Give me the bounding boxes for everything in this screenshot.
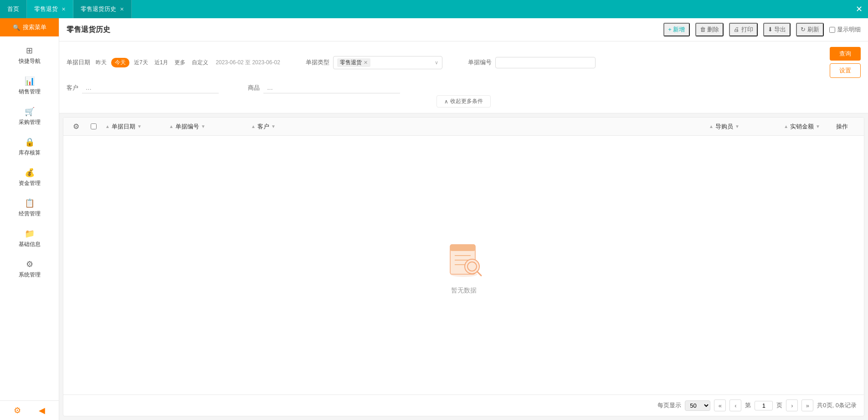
refresh-button[interactable]: ↻ 刷新 bbox=[796, 23, 824, 36]
th-guide[interactable]: ▲ 导购员 ▼ bbox=[705, 123, 769, 131]
sidebar-item-purchase-mgmt[interactable]: 🛒 采购管理 bbox=[0, 101, 59, 132]
page-label: 页 bbox=[776, 401, 782, 410]
sidebar: 🔍 搜索菜单 ⊞ 快捷导航 📊 销售管理 🛒 采购管理 🔒 库存核算 💰 bbox=[0, 18, 59, 420]
th-action-label: 操作 bbox=[836, 123, 848, 131]
tab-retail-return-label: 零售退货 bbox=[34, 5, 58, 13]
th-guide-label: 导购员 bbox=[715, 123, 733, 131]
query-settings-group: 查询 设置 bbox=[830, 47, 861, 78]
date-btn-7days[interactable]: 近7天 bbox=[132, 58, 150, 67]
page-size-label: 每页显示 bbox=[657, 401, 681, 410]
date-filter-label: 单据日期 bbox=[67, 58, 90, 67]
pagination: 每页显示 50 10 20 100 « ‹ 第 页 › » 共0页, 0条记录 bbox=[63, 394, 864, 416]
doc-no-input[interactable] bbox=[495, 57, 596, 68]
sidebar-collapse-icon[interactable]: ◀ bbox=[39, 405, 45, 415]
top-bar: 首页 零售退货 ✕ 零售退货历史 ✕ ✕ bbox=[0, 0, 868, 18]
doc-type-filter: 单据类型 零售退货 ✕ ∨ bbox=[306, 56, 442, 69]
table-container: ⚙ ▲ 单据日期 ▼ ▲ 单据编号 ▼ ▲ 客户 ▼ bbox=[63, 117, 864, 416]
date-btn-yesterday[interactable]: 昨天 bbox=[94, 58, 108, 67]
filter-area: 单据日期 昨天 今天 近7天 近1月 更多 自定义 2023-06-02 至 2… bbox=[59, 41, 868, 113]
prev-page-btn[interactable]: ‹ bbox=[729, 400, 741, 411]
empty-state: 暂无数据 bbox=[63, 136, 864, 394]
add-button[interactable]: + 新增 bbox=[663, 23, 689, 36]
sort-down-icon-doc-date: ▼ bbox=[137, 124, 142, 129]
sidebar-item-operations[interactable]: 📋 经营管理 bbox=[0, 193, 59, 223]
query-button[interactable]: 查询 bbox=[830, 47, 861, 61]
table-header: ⚙ ▲ 单据日期 ▼ ▲ 单据编号 ▼ ▲ 客户 ▼ bbox=[63, 118, 864, 136]
tab-retail-return-history-close[interactable]: ✕ bbox=[120, 6, 124, 12]
column-settings-btn[interactable]: ⚙ bbox=[67, 122, 85, 131]
page-size-select[interactable]: 50 10 20 100 bbox=[685, 400, 710, 411]
select-all-checkbox-wrapper bbox=[85, 123, 102, 129]
th-amount[interactable]: ▲ 实销金额 ▼ bbox=[769, 123, 824, 131]
collapse-up-icon: ∧ bbox=[444, 98, 448, 105]
select-all-checkbox[interactable] bbox=[91, 123, 97, 129]
sort-up-icon-doc-no: ▲ bbox=[169, 124, 174, 129]
date-shortcuts: 昨天 今天 近7天 近1月 更多 自定义 bbox=[94, 58, 210, 67]
settings-gear-icon[interactable]: ⚙ bbox=[14, 405, 21, 415]
customer-input[interactable] bbox=[82, 82, 219, 93]
date-btn-today[interactable]: 今天 bbox=[111, 58, 129, 67]
svg-rect-2 bbox=[450, 245, 475, 251]
delete-button[interactable]: 🗑 删除 bbox=[695, 23, 724, 36]
tab-retail-return[interactable]: 零售退货 ✕ bbox=[27, 0, 73, 18]
sidebar-footer: ⚙ ◀ bbox=[0, 400, 59, 420]
th-amount-label: 实销金额 bbox=[790, 123, 814, 131]
tab-retail-return-close[interactable]: ✕ bbox=[62, 6, 66, 12]
sidebar-item-base-info-label: 基础信息 bbox=[19, 241, 41, 248]
sidebar-item-inventory[interactable]: 🔒 库存核算 bbox=[0, 132, 59, 162]
sidebar-item-base-info[interactable]: 📁 基础信息 bbox=[0, 223, 59, 254]
goods-label: 商品 bbox=[248, 84, 260, 92]
sidebar-item-finance[interactable]: 💰 资金管理 bbox=[0, 162, 59, 193]
tab-retail-return-history[interactable]: 零售退货历史 ✕ bbox=[73, 0, 132, 18]
th-doc-date[interactable]: ▲ 单据日期 ▼ bbox=[102, 123, 165, 131]
sidebar-item-finance-label: 资金管理 bbox=[19, 179, 41, 187]
first-page-btn[interactable]: « bbox=[714, 400, 726, 411]
show-detail-wrapper: 显示明细 bbox=[829, 26, 861, 34]
tab-home-label: 首页 bbox=[7, 5, 19, 13]
customer-label: 客户 bbox=[67, 84, 78, 92]
total-label: 共0页, 0条记录 bbox=[817, 401, 857, 410]
sort-down-icon-customer: ▼ bbox=[271, 124, 276, 129]
date-btn-more[interactable]: 更多 bbox=[173, 58, 187, 67]
sidebar-item-quick-nav[interactable]: ⊞ 快捷导航 bbox=[0, 40, 59, 71]
export-button[interactable]: ⬇ 导出 bbox=[763, 23, 791, 36]
sidebar-item-sales-mgmt[interactable]: 📊 销售管理 bbox=[0, 71, 59, 101]
print-button[interactable]: 🖨 打印 bbox=[729, 23, 758, 36]
page-number-input[interactable] bbox=[755, 401, 773, 410]
sidebar-item-sys-mgmt[interactable]: ⚙ 系统管理 bbox=[0, 254, 59, 284]
main-layout: 🔍 搜索菜单 ⊞ 快捷导航 📊 销售管理 🛒 采购管理 🔒 库存核算 💰 bbox=[0, 18, 868, 420]
doc-type-tag-close-icon[interactable]: ✕ bbox=[364, 60, 368, 66]
sidebar-search-btn[interactable]: 🔍 搜索菜单 bbox=[0, 18, 59, 36]
doc-type-tag-text: 零售退货 bbox=[340, 59, 362, 67]
th-customer[interactable]: ▲ 客户 ▼ bbox=[247, 123, 705, 131]
next-page-btn[interactable]: › bbox=[786, 400, 798, 411]
show-detail-checkbox[interactable] bbox=[829, 27, 835, 33]
sidebar-item-quick-nav-label: 快捷导航 bbox=[19, 57, 41, 65]
filter-row-2: 客户 商品 bbox=[67, 82, 861, 93]
content-area: 零售退货历史 + 新增 🗑 删除 🖨 打印 ⬇ 导出 ↻ 刷新 显示明细 单据日… bbox=[59, 18, 868, 420]
date-btn-custom[interactable]: 自定义 bbox=[190, 58, 210, 67]
goods-filter: 商品 bbox=[248, 82, 400, 93]
sidebar-menu: ⊞ 快捷导航 📊 销售管理 🛒 采购管理 🔒 库存核算 💰 资金管理 📋 bbox=[0, 36, 59, 400]
sales-mgmt-icon: 📊 bbox=[25, 76, 35, 86]
date-btn-1month[interactable]: 近1月 bbox=[153, 58, 170, 67]
goods-input[interactable] bbox=[263, 82, 400, 93]
th-doc-no-label: 单据编号 bbox=[175, 123, 199, 131]
top-bar-close-btn[interactable]: ✕ bbox=[856, 4, 868, 14]
th-action: 操作 bbox=[824, 123, 860, 131]
sidebar-item-sys-mgmt-label: 系统管理 bbox=[19, 271, 41, 279]
finance-icon: 💰 bbox=[25, 168, 35, 178]
th-doc-no[interactable]: ▲ 单据编号 ▼ bbox=[165, 123, 247, 131]
purchase-mgmt-icon: 🛒 bbox=[25, 107, 35, 117]
collapse-button[interactable]: ∧ 收起更多条件 bbox=[437, 95, 491, 108]
doc-type-select[interactable]: 零售退货 ✕ ∨ bbox=[333, 56, 442, 69]
filter-settings-button[interactable]: 设置 bbox=[830, 63, 861, 78]
sort-down-icon-amount: ▼ bbox=[816, 124, 820, 129]
empty-state-text: 暂无数据 bbox=[451, 287, 477, 295]
sidebar-item-operations-label: 经营管理 bbox=[19, 210, 41, 218]
base-info-icon: 📁 bbox=[25, 229, 35, 239]
date-filter: 单据日期 昨天 今天 近7天 近1月 更多 自定义 2023-06-02 至 2… bbox=[67, 58, 280, 67]
sort-up-icon-amount: ▲ bbox=[784, 124, 788, 129]
last-page-btn[interactable]: » bbox=[801, 400, 813, 411]
tab-home[interactable]: 首页 bbox=[0, 0, 27, 18]
